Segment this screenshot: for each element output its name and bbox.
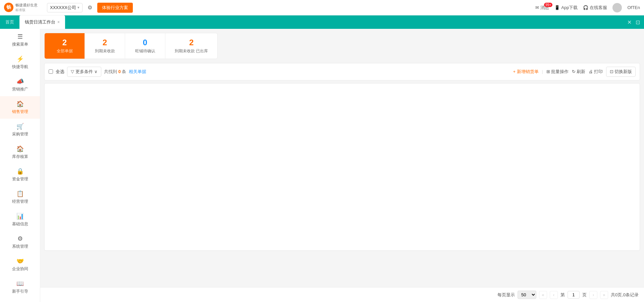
stat-label-overdue-shipped: 到期未收款 已出库 <box>175 48 208 54</box>
pagination: 每页显示 50 100 200 « ‹ 第 页 › » 共0页,0条记录 <box>40 287 644 302</box>
stat-label-all: 全部单据 <box>54 48 75 54</box>
switch-icon: ⊡ <box>610 69 613 74</box>
sidebar-item-purchase[interactable]: 🛒 采购管理 <box>0 119 40 141</box>
sidebar-item-guide[interactable]: 📖 新手引导 <box>0 276 40 298</box>
stat-card-overdue-shipped[interactable]: 2 到期未收款 已出库 <box>165 33 217 59</box>
sidebar-item-operation[interactable]: 📋 经营管理 <box>0 186 40 208</box>
tab-home[interactable]: 首页 <box>0 15 19 29</box>
per-page-select[interactable]: 50 100 200 <box>518 291 536 299</box>
filter-chevron-icon: ∨ <box>94 69 98 74</box>
message-action[interactable]: ✉ 消息 99+ <box>535 5 549 11</box>
tab-cashflow[interactable]: 钱货日清工作台 × <box>19 15 65 29</box>
divider1: | <box>542 69 543 74</box>
marketing-icon: 📣 <box>16 78 24 85</box>
sidebar-item-marketing[interactable]: 📣 营销推广 <box>0 74 40 96</box>
stat-number-overdue-shipped: 2 <box>175 38 208 48</box>
service-icon: 🎧 <box>583 5 588 10</box>
header-right: ✉ 消息 99+ 📱 App下载 🎧 在线客服 OfTEn <box>535 3 640 12</box>
tab-bar: 首页 钱货日清工作台 × ✕ ⊡ <box>0 15 644 29</box>
print-icon: 🖨 <box>589 69 593 74</box>
logo-area: 畅 畅捷通好生意 标准版 <box>4 3 44 12</box>
stat-card-overdue[interactable]: 2 到期未收款 <box>85 33 125 59</box>
main-content: 2 全部单据 2 到期未收款 0 旺铺待确认 2 到期未收款 已出库 全选 ▽ … <box>40 29 644 302</box>
basic-icon: 📊 <box>16 213 24 220</box>
per-page-label: 每页显示 <box>497 292 515 298</box>
stats-cards: 2 全部单据 2 到期未收款 0 旺铺待确认 2 到期未收款 已出库 <box>44 33 218 59</box>
maximize-button[interactable]: ⊡ <box>634 18 641 27</box>
page-label: 第 <box>560 292 565 298</box>
next-page-button[interactable]: › <box>589 291 597 299</box>
first-page-icon: « <box>542 292 544 297</box>
add-button[interactable]: + 新增销货单 <box>513 69 538 75</box>
stat-number-overdue: 2 <box>94 38 115 48</box>
phone-icon: 📱 <box>554 5 560 10</box>
app-download-action[interactable]: 📱 App下载 <box>554 5 578 11</box>
first-page-button[interactable]: « <box>539 291 547 299</box>
sidebar-item-system[interactable]: ⚙ 系统管理 <box>0 231 40 253</box>
stat-card-all[interactable]: 2 全部单据 <box>45 33 85 59</box>
partner-icon: 🤝 <box>16 257 24 265</box>
guide-icon: 📖 <box>16 280 24 287</box>
sidebar-item-quick-nav[interactable]: ⚡ 快捷导航 <box>0 51 40 74</box>
switch-button[interactable]: ⊡ 切换新版 <box>606 67 636 77</box>
message-badge: 99+ <box>544 3 552 7</box>
select-all-label: 全选 <box>56 69 64 75</box>
logo-text: 畅捷通好生意 标准版 <box>15 3 38 12</box>
stat-number-all: 2 <box>54 38 75 48</box>
settings-icon[interactable]: ⚙ <box>85 3 95 12</box>
tab-bar-actions: ✕ ⊡ <box>626 18 644 27</box>
stat-label-overdue: 到期未收款 <box>94 48 115 54</box>
refresh-button[interactable]: ↻ 刷新 <box>572 69 585 75</box>
prev-page-button[interactable]: ‹ <box>550 291 558 299</box>
refresh-icon: ↻ <box>572 69 576 74</box>
inventory-icon: 🏠 <box>16 145 24 153</box>
tab-close-icon[interactable]: × <box>57 20 60 24</box>
username: OfTEn <box>627 5 640 10</box>
page-input[interactable] <box>568 291 580 299</box>
sidebar-item-inventory[interactable]: 🏠 库存核算 <box>0 141 40 164</box>
last-page-button[interactable]: » <box>600 291 608 299</box>
print-button[interactable]: 🖨 打印 <box>589 69 603 75</box>
toolbar: 全选 ▽ 更多条件 ∨ 共找到 0 条 相关单据 + 新增销货单 | ⊞ 批量操… <box>44 63 640 80</box>
minimize-button[interactable]: ✕ <box>626 18 633 27</box>
sidebar-item-finance[interactable]: 🔒 资金管理 <box>0 164 40 186</box>
table-area <box>44 83 640 251</box>
toolbar-right: + 新增销货单 | ⊞ 批量操作 ↻ 刷新 🖨 打印 ⊡ 切换新版 <box>513 67 636 77</box>
prev-page-icon: ‹ <box>553 292 554 297</box>
next-page-icon: › <box>593 292 594 297</box>
stat-label-pending: 旺铺待确认 <box>135 48 156 54</box>
batch-icon: ⊞ <box>546 69 550 74</box>
stat-card-pending[interactable]: 0 旺铺待确认 <box>125 33 165 59</box>
sidebar-item-appstore[interactable]: 📦 应用中心 <box>0 298 40 302</box>
filter-button[interactable]: ▽ 更多条件 ∨ <box>67 67 101 77</box>
logo-icon: 畅 <box>4 3 13 12</box>
sidebar-item-basic[interactable]: 📊 基础信息 <box>0 208 40 231</box>
experience-button[interactable]: 体验行业方案 <box>97 3 133 13</box>
batch-button[interactable]: ⊞ 批量操作 <box>546 69 569 75</box>
sidebar: ☰ 搜索菜单 ⚡ 快捷导航 📣 营销推广 🏠 销售管理 🛒 采购管理 🏠 库存核… <box>0 29 40 302</box>
top-header: 畅 畅捷通好生意 标准版 XXXXXX公司 ▾ ⚙ 体验行业方案 ✉ 消息 99… <box>0 0 644 15</box>
message-icon: ✉ <box>535 5 539 10</box>
system-icon: ⚙ <box>17 235 23 242</box>
company-selector[interactable]: XXXXXX公司 ▾ <box>47 3 83 12</box>
total-label: 共0页,0条记录 <box>611 292 639 298</box>
found-text: 共找到 0 条 <box>104 69 126 75</box>
avatar[interactable] <box>612 3 622 12</box>
sidebar-item-sales[interactable]: 🏠 销售管理 <box>0 96 40 119</box>
sales-icon: 🏠 <box>16 100 24 108</box>
page-of-label: 页 <box>582 292 587 298</box>
last-page-icon: » <box>603 292 605 297</box>
select-all-checkbox[interactable] <box>49 69 53 74</box>
search-menu-icon: ☰ <box>17 33 23 40</box>
sidebar-item-partner[interactable]: 🤝 企业协同 <box>0 253 40 276</box>
related-link[interactable]: 相关单据 <box>129 69 146 75</box>
filter-icon: ▽ <box>71 69 74 74</box>
finance-icon: 🔒 <box>16 168 24 175</box>
purchase-icon: 🛒 <box>16 123 24 130</box>
stat-number-pending: 0 <box>135 38 156 48</box>
quick-nav-icon: ⚡ <box>16 55 24 63</box>
online-service-action[interactable]: 🎧 在线客服 <box>583 5 607 11</box>
toolbar-left: 全选 ▽ 更多条件 ∨ 共找到 0 条 相关单据 <box>49 67 510 77</box>
sidebar-item-search[interactable]: ☰ 搜索菜单 <box>0 29 40 51</box>
chevron-down-icon: ▾ <box>77 5 79 10</box>
